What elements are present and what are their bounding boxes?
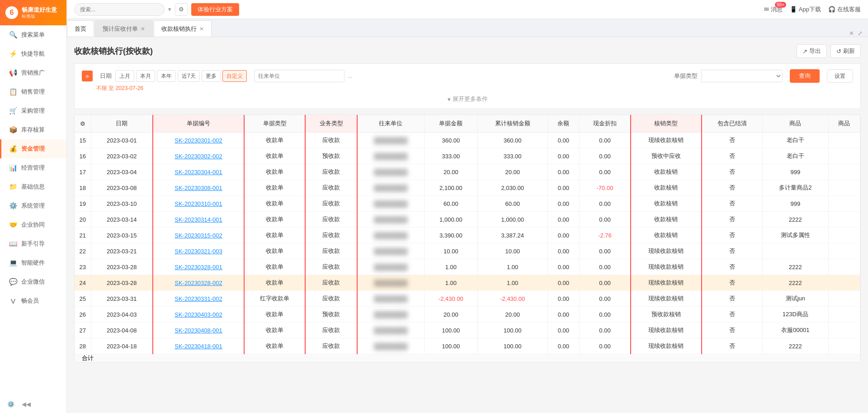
sidebar-item-销售管理[interactable]: 📋销售管理 [0, 82, 66, 101]
doc-type-select[interactable] [701, 70, 783, 82]
online-service-btn[interactable]: 🎧 在线客服 [828, 5, 861, 14]
cell-discount: -2.76 [579, 228, 630, 243]
sidebar-item-智能硬件[interactable]: 💻智能硬件 [0, 253, 66, 272]
sidebar-item-资金管理[interactable]: 💰资金管理 [0, 139, 66, 158]
cell-balance: 0.00 [547, 307, 579, 323]
tab-accounts-receivable[interactable]: 预计应收付单 ✕ [95, 20, 153, 37]
table-header-row: ⚙ 日期 单据编号 单据类型 业务类型 往来单位 单据金额 累计核销金额 余额 … [75, 115, 860, 133]
doc-no-link[interactable]: SK-20230328-001 [175, 264, 222, 271]
doc-no-link[interactable]: SK-20230302-002 [175, 153, 222, 160]
cell-included: 否 [702, 338, 763, 354]
cell-discount: 0.00 [579, 291, 630, 307]
sidebar-item-库存核算[interactable]: 📦库存核算 [0, 120, 66, 139]
tab-close-all-icon[interactable]: ✕ [849, 30, 854, 37]
date-filter-label: 日期 [100, 72, 112, 80]
cell-amount: 20.00 [425, 164, 477, 180]
this-year-btn[interactable]: 本年 [157, 70, 176, 82]
cell-balance: 0.00 [547, 228, 579, 243]
expand-more-conditions[interactable]: ▾ 展开更多条件 [82, 92, 853, 103]
table-footer: 合计 [75, 354, 860, 363]
tab-accounts-receivable-label: 预计应收付单 [103, 25, 138, 33]
cell-goods1: 999 [762, 164, 828, 180]
message-btn[interactable]: ✉ 消息 99+ [764, 5, 783, 14]
doc-no-link[interactable]: SK-20230304-001 [175, 169, 222, 176]
settings-icon[interactable]: ⚙️ [7, 401, 14, 408]
sidebar-label: 基础信息 [21, 183, 45, 191]
filter-settings-btn[interactable]: 设置 [827, 69, 853, 83]
industry-solution-btn[interactable]: 体验行业方案 [191, 3, 239, 16]
refresh-btn[interactable]: ↺ 刷新 [830, 44, 861, 58]
sidebar-item-经营管理[interactable]: 📊经营管理 [0, 158, 66, 177]
last-month-btn[interactable]: 上月 [115, 70, 134, 82]
th-settings[interactable]: ⚙ [75, 115, 91, 133]
tab-home[interactable]: 首页 [67, 20, 94, 37]
doc-no-link[interactable]: SK-20230301-002 [175, 137, 222, 144]
cell-doc-type: 收款单 [244, 196, 306, 212]
cell-doc-type: 收款单 [244, 243, 306, 259]
sidebar-item-快捷导航[interactable]: ⚡快捷导航 [0, 44, 66, 63]
sidebar-item-企业协同[interactable]: 🤝企业协同 [0, 215, 66, 234]
sidebar-item-采购管理[interactable]: 🛒采购管理 [0, 101, 66, 120]
filter-unit-group: ... [254, 70, 667, 82]
sidebar-item-企业微信[interactable]: 💬企业微信 [0, 272, 66, 291]
doc-no-link[interactable]: SK-20230328-002 [175, 280, 222, 286]
cell-included: 否 [702, 243, 763, 259]
table-scroll[interactable]: ⚙ 日期 单据编号 单据类型 业务类型 往来单位 单据金额 累计核销金额 余额 … [75, 115, 860, 362]
more-date-btn[interactable]: 更多 [202, 70, 221, 82]
doc-no-link[interactable]: SK-20230315-002 [175, 232, 222, 239]
cell-biz-type: 预收款 [305, 307, 357, 323]
th-write-off: 累计核销金额 [477, 115, 547, 133]
tab-write-off[interactable]: 收款核销执行 ✕ [154, 20, 212, 37]
cell-balance: 0.00 [547, 291, 579, 307]
doc-no-link[interactable]: SK-20230331-002 [175, 295, 222, 302]
cell-goods2 [828, 307, 860, 323]
logo-icon: 6 [5, 6, 18, 19]
dropdown-icon[interactable]: ▾ [168, 6, 171, 13]
app-download-btn[interactable]: 📱 App下载 [790, 5, 821, 14]
sidebar-item-营销推广[interactable]: 📢营销推广 [0, 63, 66, 82]
sidebar-item-基础信息[interactable]: 📁基础信息 [0, 177, 66, 196]
tab-close-accounts[interactable]: ✕ [141, 26, 145, 32]
filter-expand-btn[interactable]: » [82, 71, 93, 81]
cell-included: 否 [702, 307, 763, 323]
tab-close-writeoff[interactable]: ✕ [199, 26, 204, 32]
collapse-icon[interactable]: ◀◀ [22, 401, 31, 408]
sidebar-label: 系统管理 [21, 202, 45, 210]
last-7days-btn[interactable]: 近7天 [178, 70, 200, 82]
doc-no-link[interactable]: SK-20230308-001 [175, 185, 222, 191]
cell-cancel-type: 预收中应收 [631, 148, 702, 164]
cell-unit: ████████ [357, 212, 425, 228]
export-btn[interactable]: ↗ 导出 [797, 44, 827, 58]
table-row: 16 2023-03-02 SK-20230302-002 收款单 预收款 ██… [75, 148, 860, 164]
unit-filter-input[interactable] [254, 70, 344, 82]
query-btn[interactable]: 查询 [790, 69, 820, 83]
th-cancel-type: 核销类型 [631, 115, 702, 133]
sidebar-icon: 💻 [9, 259, 18, 267]
tab-write-off-label: 收款核销执行 [161, 25, 197, 33]
doc-no-link[interactable]: SK-20230310-001 [175, 200, 222, 207]
sidebar-item-畅会员[interactable]: V畅会员 [0, 291, 66, 310]
settings-gear-btn[interactable]: ⚙ [175, 3, 188, 16]
sidebar-item-系统管理[interactable]: ⚙️系统管理 [0, 196, 66, 215]
cell-num: 19 [75, 196, 91, 212]
cell-balance: 0.00 [547, 133, 579, 148]
doc-no-link[interactable]: SK-20230321-003 [175, 248, 222, 255]
cell-included: 否 [702, 291, 763, 307]
doc-no-link[interactable]: SK-20230314-001 [175, 216, 222, 223]
sidebar-item-新手引导[interactable]: 📖新手引导 [0, 234, 66, 253]
doc-no-link[interactable]: SK-20230418-001 [175, 343, 222, 350]
app-version: 标推版 [22, 14, 57, 19]
this-month-btn[interactable]: 本月 [136, 70, 155, 82]
cell-biz-type: 应收款 [305, 323, 357, 338]
cell-doc-no: SK-20230331-002 [153, 291, 244, 307]
cell-unit: ████████ [357, 228, 425, 243]
sidebar-item-搜索菜单[interactable]: 🔍搜索菜单 [0, 25, 66, 44]
doc-no-link[interactable]: SK-20230408-001 [175, 327, 222, 334]
doc-no-link[interactable]: SK-20230403-002 [175, 311, 222, 318]
custom-date-btn[interactable]: 自定义 [222, 70, 247, 82]
page-content: 收款核销执行(按收款) ↗ 导出 ↺ 刷新 » [67, 37, 868, 413]
search-input[interactable] [74, 3, 165, 16]
tab-maximize-icon[interactable]: ⤢ [858, 30, 863, 37]
cell-goods2 [828, 323, 860, 338]
filter-doc-type-group: 单据类型 [674, 70, 783, 82]
